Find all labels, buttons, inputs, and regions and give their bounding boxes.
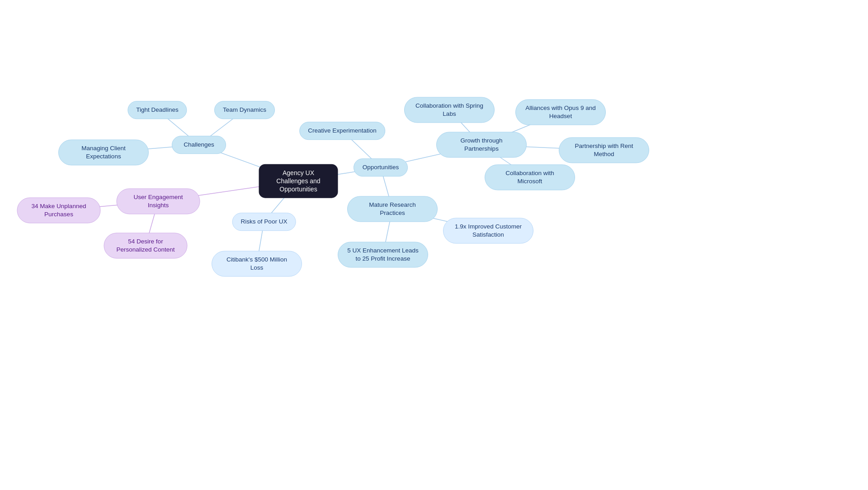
node-label-team_dynamics: Team Dynamics (223, 106, 266, 114)
node-growth_partnerships[interactable]: Growth through Partnerships (436, 132, 527, 157)
node-label-growth_partnerships: Growth through Partnerships (445, 137, 518, 152)
node-label-center: Agency UX Challenges and Opportunities (267, 169, 330, 194)
node-label-creative_experimentation: Creative Experimentation (308, 127, 377, 135)
node-label-desire_personalized: 54 Desire for Personalized Content (113, 238, 179, 253)
node-label-improved_satisfaction: 1.9x Improved Customer Satisfaction (452, 223, 525, 238)
node-collab_microsoft[interactable]: Collaboration with Microsoft (485, 164, 575, 190)
node-creative_experimentation[interactable]: Creative Experimentation (299, 122, 385, 140)
node-tight_deadlines[interactable]: Tight Deadlines (127, 101, 187, 119)
node-label-managing_client: Managing Client Expectations (67, 144, 140, 160)
node-collab_spring[interactable]: Collaboration with Spring Labs (404, 97, 495, 123)
node-label-ux_enhancement: 5 UX Enhancement Leads to 25 Profit Incr… (346, 247, 420, 262)
node-label-risks_poor_ux: Risks of Poor UX (241, 218, 288, 226)
node-risks_poor_ux[interactable]: Risks of Poor UX (232, 213, 296, 231)
node-opportunities[interactable]: Opportunities (354, 158, 408, 176)
node-partnership_rent[interactable]: Partnership with Rent Method (559, 137, 649, 163)
node-label-collab_spring: Collaboration with Spring Labs (413, 102, 486, 118)
node-label-opportunities: Opportunities (363, 163, 399, 171)
node-label-challenges: Challenges (184, 141, 214, 149)
node-label-tight_deadlines: Tight Deadlines (136, 106, 178, 114)
node-label-mature_research: Mature Research Practices (356, 201, 429, 217)
node-mature_research[interactable]: Mature Research Practices (347, 196, 438, 222)
node-label-collab_microsoft: Collaboration with Microsoft (493, 169, 566, 185)
mind-map: Agency UX Challenges and OpportunitiesCh… (0, 0, 868, 490)
node-desire_personalized[interactable]: 54 Desire for Personalized Content (104, 233, 188, 258)
node-user_engagement[interactable]: User Engagement Insights (117, 188, 200, 214)
node-label-alliances_opus: Alliances with Opus 9 and Headset (524, 104, 597, 120)
node-center[interactable]: Agency UX Challenges and Opportunities (259, 164, 338, 198)
node-citibank[interactable]: Citibank's $500 Million Loss (212, 251, 302, 276)
node-label-citibank: Citibank's $500 Million Loss (220, 256, 293, 271)
node-label-make_unplanned: 34 Make Unplanned Purchases (26, 202, 92, 218)
node-team_dynamics[interactable]: Team Dynamics (214, 101, 275, 119)
node-ux_enhancement[interactable]: 5 UX Enhancement Leads to 25 Profit Incr… (338, 242, 428, 267)
node-label-user_engagement: User Engagement Insights (125, 193, 192, 209)
node-make_unplanned[interactable]: 34 Make Unplanned Purchases (17, 197, 101, 223)
node-managing_client[interactable]: Managing Client Expectations (58, 139, 149, 165)
node-alliances_opus[interactable]: Alliances with Opus 9 and Headset (515, 99, 606, 125)
node-label-partnership_rent: Partnership with Rent Method (567, 142, 641, 158)
node-challenges[interactable]: Challenges (172, 136, 226, 154)
node-improved_satisfaction[interactable]: 1.9x Improved Customer Satisfaction (443, 218, 533, 243)
